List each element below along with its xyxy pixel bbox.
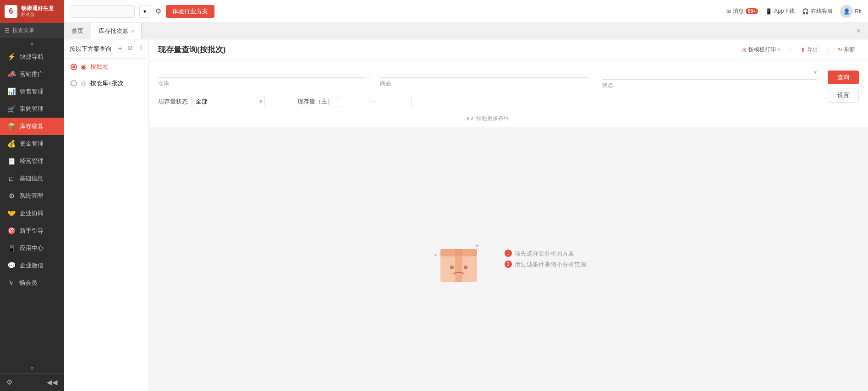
stock-qty-max-input[interactable] <box>380 98 407 105</box>
refresh-btn-label: 刷新 <box>844 46 855 54</box>
purchase-icon: 🛒 <box>7 105 16 113</box>
filter-collapse-icon[interactable]: 《 <box>137 44 143 54</box>
messages-icon: ✉ <box>726 8 731 15</box>
warehouse-more-icon[interactable]: ··· <box>368 69 373 76</box>
filter-warehouse-batch-label: 按仓库+批次 <box>90 79 124 87</box>
marketing-icon: 📣 <box>7 70 16 78</box>
enterprise-label: 企业协同 <box>20 209 44 217</box>
sidebar-nav: ⚡ 快捷导航 📣 营销推广 📊 销售管理 🛒 采购管理 📦 库存核算 💰 资金管… <box>0 48 64 363</box>
messages-item[interactable]: ✉ 消息 99+ <box>726 7 758 15</box>
sidebar-item-operations[interactable]: 📋 经营管理 <box>0 152 64 170</box>
product-input[interactable] <box>380 67 588 78</box>
add-filter-icon[interactable]: ＋ <box>116 44 124 54</box>
messages-label: 消息 <box>733 7 744 15</box>
sidebar-item-enterprise[interactable]: 🤝 企业协同 <box>0 205 64 222</box>
inventory-icon: 📦 <box>7 122 16 130</box>
guide-label: 新手引导 <box>20 227 44 235</box>
sidebar-item-sales[interactable]: 📊 销售管理 <box>0 83 64 100</box>
topbar-search-input[interactable] <box>71 5 135 18</box>
empty-tip-2: 2 用过滤条件来缩小分析范围 <box>505 261 586 269</box>
filter-warehouse-batch-icon: ◎ <box>81 79 87 87</box>
stock-status-select[interactable]: 全部 有库存 无库存 <box>192 96 265 107</box>
svg-rect-2 <box>455 249 462 282</box>
app-title-block: 畅康通好生意 标准版 <box>21 5 54 18</box>
filter-item-batch[interactable]: ◉ 按批次 <box>64 59 148 75</box>
query-area: 现存量查询(按批次) 🖨 按模板打印 ▾ | ⬆ 导出 | ↻ <box>149 39 868 391</box>
topbar-dropdown-button[interactable]: ▾ <box>139 5 150 18</box>
stock-qty-min-input[interactable] <box>341 98 368 105</box>
quick-nav-icon: ⚡ <box>7 53 16 61</box>
experience-btn[interactable]: 体验行业方案 <box>166 5 214 18</box>
empty-tips: 1 请先选择要分析的方案 2 用过滤条件来缩小分析范围 <box>505 250 586 269</box>
print-icon: 🖨 <box>741 47 747 53</box>
topbar: ▾ ⚙ 体验行业方案 ✉ 消息 99+ 📱 App下载 🎧 在线客服 👤 Rit <box>64 0 868 23</box>
sales-label: 销售管理 <box>20 87 44 96</box>
refresh-btn[interactable]: ↻ 刷新 <box>834 44 859 55</box>
status-input[interactable] <box>602 67 811 77</box>
warehouse-condition: ··· 仓库 <box>158 67 373 87</box>
scroll-down-arrow[interactable]: ▼ <box>0 363 64 373</box>
sidebar-item-system[interactable]: ⚙ 系统管理 <box>0 187 64 205</box>
page-content: 按以下方案查询 ＋ ⊙ 《 ◉ 按批次 ◎ 按仓库+批次 <box>64 39 868 391</box>
page-header: 现存量查询(按批次) 🖨 按模板打印 ▾ | ⬆ 导出 | ↻ <box>149 39 868 60</box>
panel-close-button[interactable]: × <box>853 27 864 35</box>
tab-close-icon[interactable]: × <box>131 28 134 34</box>
sidebar-item-marketing[interactable]: 📣 营销推广 <box>0 65 64 83</box>
sidebar-item-finance[interactable]: 💰 资金管理 <box>0 135 64 152</box>
sidebar-item-purchase[interactable]: 🛒 采购管理 <box>0 100 64 118</box>
settings-icon[interactable]: ⚙ <box>6 378 12 386</box>
topbar-gear-icon[interactable]: ⚙ <box>155 7 161 16</box>
collapse-sidebar-icon[interactable]: ◀◀ <box>47 378 58 386</box>
app-subtitle: 标准版 <box>21 11 54 18</box>
member-icon: V <box>7 279 16 287</box>
collapse-more-btn[interactable]: ∧∧ 收起更多条件 <box>158 112 817 127</box>
sidebar-item-quick-nav[interactable]: ⚡ 快捷导航 <box>0 48 64 65</box>
app-logo: 6 <box>5 5 17 18</box>
sidebar-header: 6 畅康通好生意 标准版 <box>0 0 64 23</box>
sidebar-item-guide[interactable]: 🎯 新手引导 <box>0 222 64 239</box>
svg-text:✦: ✦ <box>434 253 437 258</box>
filter-settings-icon[interactable]: ⊙ <box>127 44 133 54</box>
topbar-right: ✉ 消息 99+ 📱 App下载 🎧 在线客服 👤 Rit <box>726 5 862 18</box>
sidebar-item-inventory[interactable]: 📦 库存核算 <box>0 118 64 135</box>
sidebar-item-basic[interactable]: 🗂 基础信息 <box>0 170 64 187</box>
guide-icon: 🎯 <box>7 227 16 235</box>
online-service-item[interactable]: 🎧 在线客服 <box>802 7 833 15</box>
warehouse-input[interactable] <box>158 67 366 78</box>
refresh-icon: ↻ <box>838 47 842 53</box>
print-dropdown-icon[interactable]: ▾ <box>778 47 780 53</box>
tab-inventory-batch[interactable]: 库存批次账 × <box>91 23 142 39</box>
tab-home[interactable]: 首页 <box>64 23 91 39</box>
export-btn[interactable]: ⬆ 导出 <box>797 44 822 55</box>
stock-status-select-wrapper: 全部 有库存 无库存 ▾ <box>192 96 265 107</box>
user-profile-item[interactable]: 👤 Rit <box>840 5 862 18</box>
empty-illustration: ✦ ✦ ✦ <box>431 232 486 287</box>
finance-label: 资金管理 <box>20 140 44 148</box>
app-download-item[interactable]: 📱 App下载 <box>765 7 795 15</box>
stock-qty-range: — <box>337 96 412 107</box>
finance-icon: 💰 <box>7 140 16 148</box>
status-dropdown-icon[interactable]: ▾ <box>814 69 817 76</box>
service-icon: 🎧 <box>802 8 809 15</box>
sidebar-item-wechat[interactable]: 💬 企业微信 <box>0 257 64 274</box>
filter-item-warehouse-batch[interactable]: ◎ 按仓库+批次 <box>64 75 148 92</box>
search-menu-item[interactable]: ☰ 搜索菜单 <box>0 23 64 38</box>
system-icon: ⚙ <box>7 192 16 200</box>
phone-icon: 📱 <box>765 8 772 15</box>
apps-icon: 📱 <box>7 244 16 252</box>
product-more-icon[interactable]: ··· <box>590 69 595 76</box>
sidebar-item-member[interactable]: V 畅会员 <box>0 274 64 292</box>
scroll-up-arrow[interactable]: ▲ <box>0 38 64 48</box>
filter-batch-label: 按批次 <box>90 63 108 71</box>
dropdown-arrow-icon: ▾ <box>143 8 146 15</box>
collapse-up-icon: ∧∧ <box>466 115 474 122</box>
print-btn[interactable]: 🖨 按模板打印 ▾ <box>737 44 784 55</box>
query-btn[interactable]: 查询 <box>828 71 859 84</box>
sidebar-item-apps[interactable]: 📱 应用中心 <box>0 239 64 257</box>
svg-point-4 <box>464 266 467 269</box>
export-icon: ⬆ <box>801 47 805 53</box>
warehouse-label: 仓库 <box>158 80 373 87</box>
stock-qty-condition: 现存量（主） — <box>297 96 426 107</box>
settings-btn[interactable]: 设置 <box>828 88 859 103</box>
wechat-icon: 💬 <box>7 261 16 270</box>
